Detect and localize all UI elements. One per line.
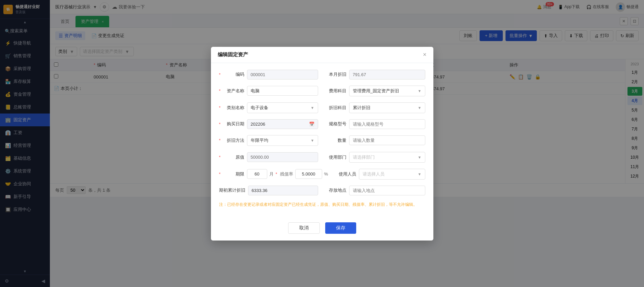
modal-field-department: 使用部门 请选择部门 ▼ xyxy=(326,152,425,163)
modal-row-8: 期初累计折旧 存放地点 xyxy=(219,186,425,195)
dep-account-arrow: ▼ xyxy=(418,106,422,110)
initial-accumulated-input[interactable] xyxy=(248,186,318,195)
modal-field-initial-accumulated: 期初累计折旧 xyxy=(219,186,318,195)
quantity-label: 数量 xyxy=(326,137,346,144)
modal-field-purchase-date: * 购买日期 202206 📅 xyxy=(219,119,318,129)
modal-close-button[interactable]: × xyxy=(423,52,427,58)
code-input[interactable] xyxy=(247,70,318,79)
save-button[interactable]: 保存 xyxy=(325,222,356,234)
quantity-input[interactable] xyxy=(349,135,425,145)
monthly-dep-label: 本月折旧 xyxy=(326,71,346,77)
modal-edit-fixed-asset: 编辑固定资产 × * 编码 本月折旧 * 资产名称 xyxy=(211,47,433,241)
user-placeholder: 请选择人员 xyxy=(363,171,385,177)
dep-account-label: 折旧科目 xyxy=(326,105,346,111)
dep-method-arrow: ▼ xyxy=(311,138,314,142)
modal-row-3: * 类别名称 电子设备 ▼ 折旧科目 累计折旧 ▼ xyxy=(219,102,425,113)
original-value-input[interactable] xyxy=(247,152,318,162)
monthly-dep-input[interactable] xyxy=(349,70,425,79)
model-input[interactable] xyxy=(349,119,425,129)
calendar-icon: 📅 xyxy=(309,122,314,127)
expense-account-arrow: ▼ xyxy=(418,89,422,93)
modal-field-dep-account: 折旧科目 累计折旧 ▼ xyxy=(326,102,425,113)
location-label: 存放地点 xyxy=(326,187,346,193)
initial-accumulated-label: 期初累计折旧 xyxy=(219,187,245,193)
dep-account-select[interactable]: 累计折旧 ▼ xyxy=(349,102,425,113)
period-input[interactable] xyxy=(247,169,267,179)
modal-field-expense-account: 费用科目 管理费用_固定资产折旧 ▼ xyxy=(326,86,425,96)
date-req: * xyxy=(219,122,221,127)
period-unit: 月 xyxy=(269,171,274,177)
expense-account-label: 费用科目 xyxy=(326,88,346,94)
period-label: 期限 xyxy=(224,171,244,177)
department-label: 使用部门 xyxy=(326,154,346,160)
period-req: * xyxy=(219,171,221,177)
cancel-button[interactable]: 取消 xyxy=(288,222,320,234)
code-req: * xyxy=(219,72,221,77)
user-arrow: ▼ xyxy=(418,172,422,176)
modal-field-category: * 类别名称 电子设备 ▼ xyxy=(219,102,318,113)
dep-account-value: 累计折旧 xyxy=(353,105,370,111)
dep-method-value: 年限平均 xyxy=(251,137,268,144)
modal-field-monthly-dep: 本月折旧 xyxy=(326,70,425,79)
department-placeholder: 请选择部门 xyxy=(353,154,375,160)
modal-row-5: * 折旧方法 年限平均 ▼ 数量 xyxy=(219,135,425,146)
name-req: * xyxy=(219,88,221,93)
modal-field-code: * 编码 xyxy=(219,70,318,79)
value-req: * xyxy=(219,155,221,160)
department-select[interactable]: 请选择部门 ▼ xyxy=(349,152,425,163)
asset-name-label: 资产名称 xyxy=(224,88,244,94)
code-label: 编码 xyxy=(224,71,244,77)
modal-row-6: * 原值 使用部门 请选择部门 ▼ xyxy=(219,152,425,163)
category-select[interactable]: 电子设备 ▼ xyxy=(247,102,318,113)
model-label: 规格型号 xyxy=(326,121,346,127)
residual-rate-label: 残值率 xyxy=(280,171,293,177)
modal-field-model: 规格型号 xyxy=(326,119,425,129)
purchase-date-picker[interactable]: 202206 📅 xyxy=(247,119,318,129)
department-arrow: ▼ xyxy=(418,155,422,159)
dep-method-select[interactable]: 年限平均 ▼ xyxy=(247,135,318,146)
modal-row-2: * 资产名称 费用科目 管理费用_固定资产折旧 ▼ xyxy=(219,86,425,96)
modal-field-quantity: 数量 xyxy=(326,135,425,146)
location-input[interactable] xyxy=(349,186,425,195)
category-arrow: ▼ xyxy=(311,106,314,110)
purchase-date-label: 购买日期 xyxy=(224,121,244,127)
method-req: * xyxy=(219,138,221,143)
modal-footer: 取消 保存 xyxy=(211,218,433,241)
category-req: * xyxy=(219,105,221,110)
expense-account-value: 管理费用_固定资产折旧 xyxy=(353,88,399,94)
category-label: 类别名称 xyxy=(224,105,244,111)
modal-body: * 编码 本月折旧 * 资产名称 费用科目 xyxy=(211,63,433,218)
residual-rate-unit: % xyxy=(324,171,328,177)
residual-rate-input[interactable] xyxy=(295,169,322,179)
modal-field-asset-name: * 资产名称 xyxy=(219,86,318,96)
category-value: 电子设备 xyxy=(251,105,268,111)
modal-note: 注：已经存在变更记录或者对应固定资产已经生成凭证，原值、购买日期、残值率、累计折… xyxy=(219,201,425,208)
modal-overlay: 编辑固定资产 × * 编码 本月折旧 * 资产名称 xyxy=(0,0,644,287)
modal-header: 编辑固定资产 × xyxy=(211,47,433,63)
period-group: 月 * 残值率 % xyxy=(247,169,328,179)
modal-field-location: 存放地点 xyxy=(326,186,425,195)
user-label: 使用人员 xyxy=(336,171,356,177)
modal-row-7: * 期限 月 * 残值率 % 使用人员 请选择人员 ▼ xyxy=(219,169,425,180)
asset-name-input[interactable] xyxy=(247,86,318,96)
user-select[interactable]: 请选择人员 ▼ xyxy=(359,169,425,180)
modal-field-user: 使用人员 请选择人员 ▼ xyxy=(336,169,425,180)
expense-account-select[interactable]: 管理费用_固定资产折旧 ▼ xyxy=(349,86,425,96)
residual-req: * xyxy=(276,171,277,177)
purchase-date-value: 202206 xyxy=(251,122,265,127)
modal-field-original-value: * 原值 xyxy=(219,152,318,163)
modal-field-dep-method: * 折旧方法 年限平均 ▼ xyxy=(219,135,318,146)
dep-method-label: 折旧方法 xyxy=(224,137,244,144)
modal-title: 编辑固定资产 xyxy=(218,52,248,58)
modal-row-1: * 编码 本月折旧 xyxy=(219,70,425,79)
original-value-label: 原值 xyxy=(224,154,244,160)
modal-field-period: * 期限 月 * 残值率 % xyxy=(219,169,328,180)
modal-row-4: * 购买日期 202206 📅 规格型号 xyxy=(219,119,425,129)
